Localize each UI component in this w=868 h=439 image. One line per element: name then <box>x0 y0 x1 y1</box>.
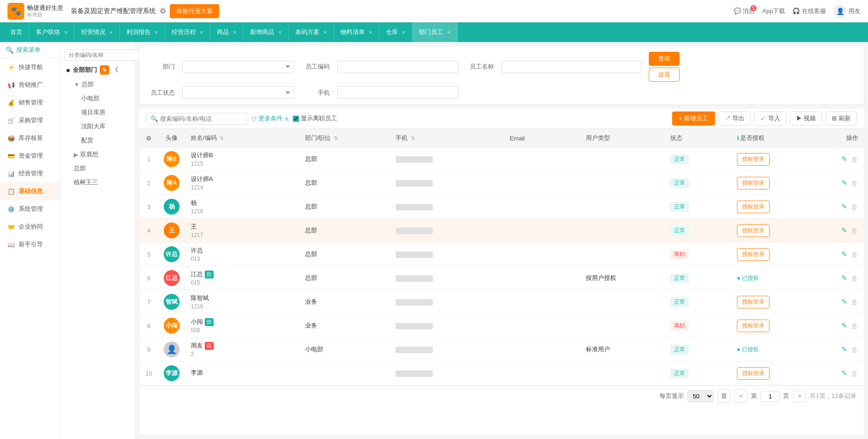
trial-button[interactable]: 体验行业方案 <box>170 4 219 18</box>
toolbar-search-box[interactable]: 🔍 <box>146 113 248 125</box>
auth-button[interactable]: 授权登录 <box>737 224 770 237</box>
delete-icon[interactable]: 🗑 <box>851 155 858 163</box>
tab-customer[interactable]: 客户联络 ✕ <box>29 22 75 42</box>
auth-button[interactable]: 授权登录 <box>737 177 770 189</box>
auth-button[interactable]: 授权登录 <box>737 367 770 380</box>
dept-filter-select[interactable] <box>182 61 294 73</box>
delete-icon[interactable]: 🗑 <box>851 369 858 377</box>
print-button[interactable]: ⊞ 刷新 <box>826 111 857 125</box>
dept-item-zhishu[interactable]: 植树王三 <box>64 175 135 189</box>
edit-icon[interactable]: ✎ <box>841 226 847 235</box>
auth-button[interactable]: 授权登录 <box>737 320 770 332</box>
edit-icon[interactable]: ✎ <box>841 321 847 330</box>
page-num-input[interactable] <box>761 391 779 402</box>
app-download[interactable]: App下载 <box>762 7 785 15</box>
delete-icon[interactable]: 🗑 <box>851 251 858 258</box>
edit-icon[interactable]: ✎ <box>841 298 847 306</box>
dept-item-xiaodian[interactable]: 小电部 <box>77 91 135 105</box>
view-button[interactable]: ▶ 视频 <box>790 111 822 125</box>
nav-item-marketing[interactable]: 📢 营销推广 <box>0 76 60 94</box>
col-name-header[interactable]: 姓名/编码 ⇅ <box>185 129 299 147</box>
nav-item-finance[interactable]: 💳 资金管理 <box>0 147 60 165</box>
col-settings[interactable]: ⚙ <box>139 129 158 147</box>
message-badge[interactable]: 💬 消息 5 <box>734 7 755 15</box>
col-dept-header[interactable]: 部门/职位 ⇅ <box>299 129 390 147</box>
page-size-select[interactable]: 50 100 200 <box>687 390 714 402</box>
nav-item-sales[interactable]: 💰 销售管理 <box>0 94 60 111</box>
dept-sort-icon[interactable]: ⇅ <box>334 135 338 141</box>
page-of-label: 页 <box>783 392 789 400</box>
export-button[interactable]: ↗ 导出 <box>719 111 751 125</box>
emp-status-select[interactable] <box>182 86 294 99</box>
import-icon: ↙ <box>760 115 766 122</box>
delete-icon[interactable]: 🗑 <box>851 203 858 211</box>
page-next-btn[interactable]: ＞ <box>793 390 806 403</box>
dept-collapse-button[interactable]: 《 <box>112 66 118 74</box>
auth-button[interactable]: 授权登录 <box>737 248 770 261</box>
phone-input[interactable] <box>337 86 458 99</box>
edit-icon[interactable]: ✎ <box>841 369 847 377</box>
toolbar-search-input[interactable] <box>160 115 244 122</box>
name-sort-icon[interactable]: ⇅ <box>220 135 224 141</box>
import-button[interactable]: ↙ 导入 <box>754 111 786 125</box>
edit-icon[interactable]: ✎ <box>841 250 847 258</box>
row-auth: 授权登录 <box>731 362 826 385</box>
set-button[interactable]: 设置 <box>649 68 680 82</box>
phone-sort-icon[interactable]: ⇅ <box>411 135 415 141</box>
delete-icon[interactable]: 🗑 <box>851 346 858 354</box>
nav-item-inventory[interactable]: 📦 库存核算 <box>0 129 60 147</box>
delete-icon[interactable]: 🗑 <box>851 322 858 330</box>
nav-item-shortcuts[interactable]: ⚡ 快捷导航 <box>0 58 60 76</box>
dept-item-shuanglu[interactable]: ▶双鹿想 <box>64 147 135 161</box>
tab-history[interactable]: 经营历程 ✕ <box>165 22 210 42</box>
tab-profit[interactable]: 利润报告 ✕ <box>120 22 165 42</box>
nav-item-guide[interactable]: 📖 新手引导 <box>0 236 60 253</box>
user-info[interactable]: 👤 用友 <box>833 5 861 18</box>
auth-button[interactable]: 授权登录 <box>737 153 770 166</box>
nav-item-system[interactable]: ⚙️ 系统管理 <box>0 200 60 218</box>
tab-warehouse[interactable]: 仓库 ✕ <box>379 22 412 42</box>
show-inactive-toggle[interactable]: 显示离职员工 <box>293 114 337 123</box>
tab-operations[interactable]: 经营情况 ✕ <box>75 22 120 42</box>
dept-item-shenyang[interactable]: 沈阳大库 <box>77 119 135 133</box>
edit-icon[interactable]: ✎ <box>841 179 847 187</box>
page-first-btn[interactable]: 首 <box>717 390 730 403</box>
edit-icon[interactable]: ✎ <box>841 202 847 211</box>
tab-barcode[interactable]: 条码方案 ✕ <box>289 22 334 42</box>
tab-employees[interactable]: 部门员工 ✕ <box>412 22 458 42</box>
auth-button[interactable]: 授权登录 <box>737 296 770 308</box>
online-service[interactable]: 🎧 在线客服 <box>792 7 826 15</box>
dept-item-peihuo[interactable]: 配货 <box>77 133 135 147</box>
dept-item-project[interactable]: 项目库房 <box>77 105 135 119</box>
show-inactive-checkbox[interactable] <box>293 116 299 122</box>
row-auth: 授权登录 <box>731 171 826 195</box>
edit-icon[interactable]: ✎ <box>841 155 847 163</box>
tab-goods[interactable]: 商品 ✕ <box>210 22 243 42</box>
edit-icon[interactable]: ✎ <box>841 345 847 354</box>
delete-icon[interactable]: 🗑 <box>851 227 858 235</box>
delete-icon[interactable]: 🗑 <box>851 274 858 282</box>
auth-button[interactable]: 授权登录 <box>737 201 770 213</box>
nav-item-collab[interactable]: 🤝 企业协同 <box>0 218 60 236</box>
edit-icon[interactable]: ✎ <box>841 274 847 282</box>
emp-code-input[interactable] <box>337 61 458 73</box>
col-phone-header[interactable]: 手机 ⇅ <box>390 129 504 147</box>
tab-home[interactable]: 首页 <box>4 22 29 42</box>
delete-icon[interactable]: 🗑 <box>851 298 858 306</box>
gear-button[interactable]: ⚙ <box>160 7 166 15</box>
dept-edit-button[interactable]: ✎ <box>100 65 109 75</box>
nav-item-purchase[interactable]: 🛒 采购管理 <box>0 111 60 129</box>
delete-icon[interactable]: 🗑 <box>851 179 858 187</box>
tab-bom[interactable]: 物料清单 ✕ <box>334 22 379 42</box>
page-prev-btn[interactable]: ＜ <box>734 390 747 403</box>
nav-item-management[interactable]: 📊 经营管理 <box>0 165 60 182</box>
dept-item-zongbu-parent[interactable]: ▼总部 <box>64 77 135 91</box>
emp-name-input[interactable] <box>501 61 641 73</box>
dept-item-zongbu2[interactable]: 总部 <box>64 161 135 175</box>
tab-add-goods[interactable]: 新增商品 ✕ <box>243 22 289 42</box>
dept-search-input[interactable] <box>64 49 143 61</box>
query-button[interactable]: 查询 <box>649 52 680 66</box>
more-filter-button[interactable]: ▽ 更多条件 ∧ <box>252 114 289 123</box>
nav-item-basic-info[interactable]: 📋 基础信息 <box>0 182 60 200</box>
add-employee-button[interactable]: + 新增员工 <box>672 111 715 125</box>
